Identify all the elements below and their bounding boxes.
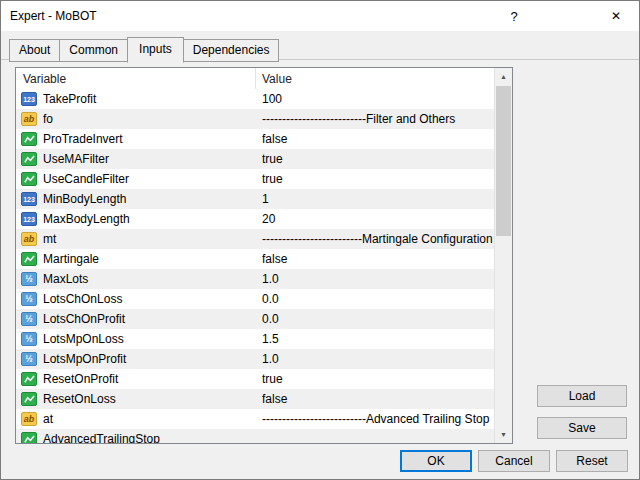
table-row[interactable]: 123TakeProfit100 [16, 89, 495, 109]
value-cell[interactable]: -------------------------Martingale Conf… [256, 232, 495, 246]
table-row[interactable]: ½LotsMpOnLoss1.5 [16, 329, 495, 349]
table-row[interactable]: ½LotsMpOnProfit1.0 [16, 349, 495, 369]
variable-name: at [43, 412, 53, 426]
value-cell[interactable]: false [256, 392, 495, 406]
variable-cell[interactable]: abfo [16, 109, 256, 129]
chart-line-icon [21, 132, 37, 146]
column-header-value[interactable]: Value [256, 72, 495, 86]
value-cell[interactable]: 1.0 [256, 272, 495, 286]
variable-cell[interactable]: ½LotsChOnLoss [16, 289, 256, 309]
value-cell[interactable]: 100 [256, 92, 495, 106]
string-ab-icon: ab [21, 112, 37, 126]
close-button[interactable]: ✕ [599, 1, 633, 31]
variable-cell[interactable]: ½LotsChOnProfit [16, 309, 256, 329]
tab-inputs[interactable]: Inputs [127, 37, 184, 63]
value-cell[interactable]: true [256, 152, 495, 166]
variable-cell[interactable]: abmt [16, 229, 256, 249]
help-button[interactable]: ? [497, 1, 531, 31]
column-header-variable[interactable]: Variable [16, 68, 256, 89]
string-ab-icon: ab [21, 412, 37, 426]
variable-cell[interactable]: 123TakeProfit [16, 89, 256, 109]
variable-cell[interactable]: UseMAFilter [16, 149, 256, 169]
ok-button[interactable]: OK [400, 450, 472, 472]
table-row[interactable]: 123MinBodyLength1 [16, 189, 495, 209]
double-half-icon: ½ [21, 352, 37, 366]
variable-cell[interactable]: ½LotsMpOnLoss [16, 329, 256, 349]
reset-button[interactable]: Reset [556, 450, 628, 472]
table-row[interactable]: AdvancedTrailingStop [16, 429, 495, 443]
scrollbar-thumb[interactable] [496, 86, 511, 236]
cancel-button[interactable]: Cancel [478, 450, 550, 472]
table-row[interactable]: Martingalefalse [16, 249, 495, 269]
variable-name: AdvancedTrailingStop [43, 432, 160, 443]
vertical-scrollbar[interactable]: ▲ ▼ [494, 68, 512, 443]
value-cell[interactable]: 20 [256, 212, 495, 226]
integer-123-icon: 123 [21, 212, 37, 226]
table-header: Variable Value [16, 68, 495, 90]
load-button[interactable]: Load [537, 385, 627, 407]
variable-name: LotsMpOnLoss [43, 332, 124, 346]
variable-name: MinBodyLength [43, 192, 126, 206]
window-title: Expert - MoBOT [1, 9, 97, 23]
variable-cell[interactable]: ResetOnLoss [16, 389, 256, 409]
value-cell[interactable]: false [256, 132, 495, 146]
variable-name: MaxBodyLength [43, 212, 130, 226]
variable-name: TakeProfit [43, 92, 96, 106]
table-row[interactable]: ½LotsChOnProfit0.0 [16, 309, 495, 329]
variable-name: ProTradeInvert [43, 132, 123, 146]
chart-line-icon [21, 372, 37, 386]
tab-common[interactable]: Common [59, 39, 128, 62]
double-half-icon: ½ [21, 272, 37, 286]
value-cell[interactable]: 1 [256, 192, 495, 206]
value-cell[interactable]: false [256, 252, 495, 266]
table-row[interactable]: ResetOnLossfalse [16, 389, 495, 409]
variable-cell[interactable]: UseCandleFilter [16, 169, 256, 189]
variable-name: LotsMpOnProfit [43, 352, 126, 366]
tab-strip: AboutCommonInputsDependencies [9, 37, 278, 62]
table-row[interactable]: abat--------------------------Advanced T… [16, 409, 495, 429]
footer-button-group: OK Cancel Reset [400, 450, 628, 472]
table-row[interactable]: ½LotsChOnLoss0.0 [16, 289, 495, 309]
variable-cell[interactable]: ½MaxLots [16, 269, 256, 289]
variable-name: mt [43, 232, 56, 246]
variable-name: fo [43, 112, 53, 126]
value-cell[interactable]: 1.0 [256, 352, 495, 366]
variable-name: UseMAFilter [43, 152, 109, 166]
variable-cell[interactable]: ½LotsMpOnProfit [16, 349, 256, 369]
value-cell[interactable]: 0.0 [256, 312, 495, 326]
variable-cell[interactable]: ResetOnProfit [16, 369, 256, 389]
table-row[interactable]: ½MaxLots1.0 [16, 269, 495, 289]
value-cell[interactable]: 1.5 [256, 332, 495, 346]
integer-123-icon: 123 [21, 92, 37, 106]
string-ab-icon: ab [21, 232, 37, 246]
table-row[interactable]: ResetOnProfittrue [16, 369, 495, 389]
save-button[interactable]: Save [537, 417, 627, 439]
table-row[interactable]: abmt-------------------------Martingale … [16, 229, 495, 249]
variable-cell[interactable]: Martingale [16, 249, 256, 269]
variable-name: ResetOnLoss [43, 392, 116, 406]
table-row[interactable]: UseMAFiltertrue [16, 149, 495, 169]
variable-cell[interactable]: AdvancedTrailingStop [16, 429, 256, 443]
variable-name: MaxLots [43, 272, 88, 286]
value-cell[interactable]: true [256, 372, 495, 386]
table-row[interactable]: 123MaxBodyLength20 [16, 209, 495, 229]
double-half-icon: ½ [21, 332, 37, 346]
table-row[interactable]: abfo--------------------------Filter and… [16, 109, 495, 129]
value-cell[interactable]: --------------------------Filter and Oth… [256, 112, 495, 126]
value-cell[interactable]: 0.0 [256, 292, 495, 306]
scroll-up-icon[interactable]: ▲ [495, 68, 512, 85]
variable-name: ResetOnProfit [43, 372, 118, 386]
tab-dependencies[interactable]: Dependencies [183, 39, 280, 62]
scroll-down-icon[interactable]: ▼ [495, 426, 512, 443]
variable-cell[interactable]: 123MinBodyLength [16, 189, 256, 209]
value-cell[interactable]: --------------------------Advanced Trail… [256, 412, 495, 426]
tab-about[interactable]: About [9, 39, 60, 62]
table-row[interactable]: UseCandleFiltertrue [16, 169, 495, 189]
value-cell[interactable]: true [256, 172, 495, 186]
variable-name: Martingale [43, 252, 99, 266]
table-row[interactable]: ProTradeInvertfalse [16, 129, 495, 149]
variable-cell[interactable]: 123MaxBodyLength [16, 209, 256, 229]
variable-name: LotsChOnLoss [43, 292, 122, 306]
variable-cell[interactable]: abat [16, 409, 256, 429]
variable-cell[interactable]: ProTradeInvert [16, 129, 256, 149]
